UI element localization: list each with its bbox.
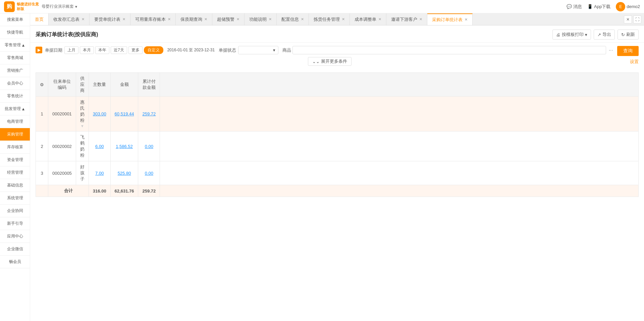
tab-close-keyong[interactable]: ✕ xyxy=(168,17,171,21)
username-label: demo2 xyxy=(627,4,640,9)
date-btn-this-month[interactable]: 本月 xyxy=(80,46,94,54)
tab-close-peizhi[interactable]: ✕ xyxy=(301,17,304,21)
paid-link-2[interactable]: 0.00 xyxy=(145,144,153,149)
sidebar-item-newguide[interactable]: 新手引导 xyxy=(0,217,30,230)
tab-close-yaoqing[interactable]: ✕ xyxy=(419,17,422,21)
expand-row-icon-1[interactable]: ▾ xyxy=(81,123,84,128)
th-paid: 累计付款金额 xyxy=(138,73,160,97)
sidebar-item-operation[interactable]: 经营管理 xyxy=(0,166,30,179)
cell-amount-2: 1,586.52 xyxy=(110,131,138,161)
goods-more-icon[interactable]: ··· xyxy=(607,47,614,53)
sidebar-item-retail-stat[interactable]: 零售统计 xyxy=(0,90,30,103)
message-button[interactable]: 💬 消息 xyxy=(567,4,582,10)
tab-caigou[interactable]: 采购订单统计表 ✕ xyxy=(427,13,473,25)
tab-yaohuo[interactable]: 要货单统计表 ✕ xyxy=(90,13,130,25)
tab-close-all-button[interactable]: ✕ xyxy=(624,15,632,23)
query-button[interactable]: 查询 xyxy=(617,46,639,56)
tab-shoufa[interactable]: 收发存汇总表 ✕ xyxy=(49,13,90,25)
tab-maximize-button[interactable]: ⛶ xyxy=(633,15,641,23)
sidebar-item-wechat[interactable]: 企业微信 xyxy=(0,243,30,256)
sidebar-item-finance[interactable]: 资金管理 xyxy=(0,154,30,166)
cell-paid-3: 0.00 xyxy=(138,161,160,185)
date-btn-custom[interactable]: 自定义 xyxy=(144,46,163,54)
date-label: 单据日期 xyxy=(45,47,62,53)
tab-close-yaohuo[interactable]: ✕ xyxy=(122,17,125,21)
tab-close-gongneng[interactable]: ✕ xyxy=(269,17,272,21)
sidebar-item-basic[interactable]: 基础信息 xyxy=(0,179,30,192)
tab-baozhiqi[interactable]: 保质期查询 ✕ xyxy=(176,13,212,25)
date-btn-last-month[interactable]: 上月 xyxy=(64,46,78,54)
app-download-label: App下载 xyxy=(594,4,610,10)
app-download-button[interactable]: 📱 App下载 xyxy=(587,4,610,10)
tab-close-caigou[interactable]: ✕ xyxy=(465,17,468,22)
sidebar-item-retail[interactable]: 零售管理 ▲ xyxy=(0,39,30,52)
sidebar-item-marketing[interactable]: 营销推广 xyxy=(0,64,30,77)
tab-close-chaochu[interactable]: ✕ xyxy=(236,17,239,21)
expand-icon: ⌄⌄ xyxy=(312,59,320,64)
sidebar-item-member[interactable]: 会员中心 xyxy=(0,77,30,90)
filter-content: 单据日期 上月 本月 本年 近7天 更多 自定义 2016-01-0 xyxy=(45,46,614,66)
amount-link-1[interactable]: 60,519.44 xyxy=(115,111,134,116)
tab-gongneng[interactable]: 功能说明 ✕ xyxy=(245,13,277,25)
quantity-link-2[interactable]: 6.00 xyxy=(95,144,104,149)
th-amount: 金额 xyxy=(110,73,138,97)
date-btn-this-year[interactable]: 本年 xyxy=(95,46,109,54)
date-filter: 单据日期 上月 本月 本年 近7天 更多 自定义 xyxy=(45,46,163,54)
tab-close-chengben[interactable]: ✕ xyxy=(378,17,381,21)
sidebar-item-ecommerce[interactable]: 电商管理 xyxy=(0,115,30,128)
template-print-button[interactable]: 🖨 按模板打印 ▾ xyxy=(552,30,591,40)
avatar: E xyxy=(616,2,625,11)
tab-close-paihuoren[interactable]: ✕ xyxy=(342,17,345,21)
amount-link-2[interactable]: 1,586.52 xyxy=(116,144,133,149)
user-menu[interactable]: E demo2 xyxy=(616,2,640,11)
tab-keyong[interactable]: 可用量库存账本 ✕ xyxy=(130,13,176,25)
paid-link-3[interactable]: 0.00 xyxy=(145,171,153,176)
tab-yaoqing[interactable]: 邀请下游客户 ✕ xyxy=(386,13,427,25)
goods-input[interactable] xyxy=(292,46,606,54)
sidebar-item-shortcut[interactable]: 快捷导航 xyxy=(0,26,30,39)
sidebar-item-search[interactable]: 搜索菜单 xyxy=(0,13,30,26)
export-button[interactable]: ↗ 导出 xyxy=(594,30,615,40)
th-quantity: 主数量 xyxy=(89,73,110,97)
sidebar-item-purchase[interactable]: 采购管理 xyxy=(0,128,30,141)
cell-paid-1: 259.72 xyxy=(138,97,160,131)
content-area: 首页 收发存汇总表 ✕ 要货单统计表 ✕ 可用量库存账本 ✕ 保质期查询 ✕ 超… xyxy=(30,13,644,321)
printer-icon: 🖨 xyxy=(556,32,560,37)
tab-close-shoufa[interactable]: ✕ xyxy=(82,17,85,21)
refresh-button[interactable]: ↻ 刷新 xyxy=(618,30,639,40)
sidebar-item-retail-shop[interactable]: 零售商城 xyxy=(0,52,30,64)
table-footer-row: 合计 316.00 62,631.76 259.72 xyxy=(36,185,639,197)
breadcrumb[interactable]: 母婴行业演示账套 ▾ xyxy=(42,4,77,9)
tab-home[interactable]: 首页 xyxy=(30,13,49,25)
table-header-row: ⚙ 往来单位编码 供应商 主数量 金额 累计付款金额 xyxy=(36,73,639,97)
sidebar-item-appcenter[interactable]: 应用中心 xyxy=(0,230,30,243)
amount-link-3[interactable]: 525.80 xyxy=(118,171,131,176)
wholesale-arrow-icon: ▲ xyxy=(21,107,25,111)
cell-code-2: 00020002 xyxy=(48,131,76,161)
paid-link-1[interactable]: 259.72 xyxy=(142,111,156,116)
settings-link[interactable]: 设置 xyxy=(630,59,639,65)
sidebar-item-wholesale[interactable]: 批发管理 ▲ xyxy=(0,103,30,115)
date-buttons: 上月 本月 本年 近7天 更多 自定义 xyxy=(64,46,163,54)
cell-amount-1: 60,519.44 xyxy=(110,97,138,131)
tab-chengben[interactable]: 成本调整单 ✕ xyxy=(350,13,386,25)
sidebar-item-vip[interactable]: 畅会员 xyxy=(0,256,30,268)
expand-more-button[interactable]: ⌄⌄ 展开更多条件 xyxy=(308,57,352,66)
tab-paihuoren[interactable]: 拣货任务管理 ✕ xyxy=(309,13,350,25)
status-select[interactable]: ▾ xyxy=(238,46,278,54)
cell-supplier-2: 飞鹤奶粉 xyxy=(76,131,89,161)
sidebar-item-system[interactable]: 系统管理 xyxy=(0,192,30,205)
sidebar-item-inventory[interactable]: 库存核算 xyxy=(0,141,30,154)
date-btn-7days[interactable]: 近7天 xyxy=(111,46,127,54)
sidebar-item-enterprise[interactable]: 企业协同 xyxy=(0,205,30,217)
cell-quantity-3: 7.00 xyxy=(89,161,110,185)
th-code: 往来单位编码 xyxy=(48,73,76,97)
quantity-link-3[interactable]: 7.00 xyxy=(95,171,104,176)
date-btn-more[interactable]: 更多 xyxy=(128,46,143,54)
tab-close-baozhiqi[interactable]: ✕ xyxy=(204,17,207,21)
tab-chaochu[interactable]: 超储预警 ✕ xyxy=(212,13,245,25)
filter-toggle-button[interactable]: ▶ xyxy=(36,47,42,53)
th-settings: ⚙ xyxy=(36,73,48,97)
tab-peizhi[interactable]: 配置信息 ✕ xyxy=(277,13,309,25)
quantity-link-1[interactable]: 303.00 xyxy=(93,111,106,116)
